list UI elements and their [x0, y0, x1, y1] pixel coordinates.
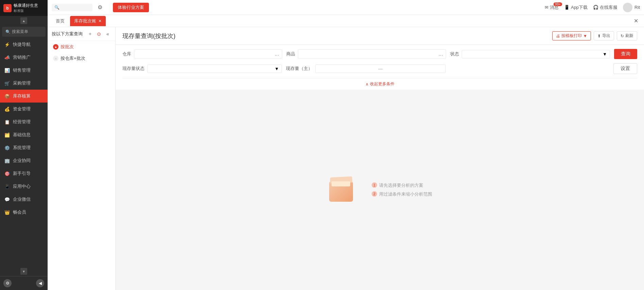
sidebar-item-inventory[interactable]: 📦 库存核算	[0, 90, 48, 103]
export-icon: ⬆	[597, 34, 601, 38]
sidebar-item-marketing[interactable]: 📣 营销推广	[0, 51, 48, 64]
by-batch-label: 按批次	[61, 44, 74, 50]
filter-group-status: 状态 ▼	[450, 50, 610, 58]
sidebar-item-wechat[interactable]: 💬 企业微信	[0, 193, 48, 206]
step1-text: 请先选择要分析的方案	[379, 182, 423, 188]
inventory-status-select[interactable]: ▼	[147, 65, 282, 73]
page-title: 现存量查询(按批次)	[122, 32, 175, 40]
newcomer-icon: 🎯	[4, 170, 10, 177]
operations-icon: 📋	[4, 119, 10, 125]
messages-btn[interactable]: ✉ 消息 99+	[545, 4, 559, 11]
sidebar-item-purchase[interactable]: 🛒 采购管理	[0, 77, 48, 90]
customer-service-btn[interactable]: 🎧 在线客服	[593, 4, 617, 11]
sidebar-settings-icon[interactable]: ⚙	[3, 279, 12, 287]
left-panel-collapse-btn[interactable]: «	[104, 31, 111, 37]
product-input-box[interactable]: ...	[298, 49, 446, 59]
sidebar-item-label: 资金管理	[13, 106, 31, 112]
left-panel-item-by-batch[interactable]: ● 按批次	[48, 41, 115, 53]
inventory-main-to[interactable]	[383, 65, 445, 73]
collapse-icon: «	[106, 31, 109, 37]
user-area[interactable]: Rit	[623, 3, 640, 12]
product-input[interactable]	[301, 52, 437, 57]
inventory-main-label: 现存量（主）	[286, 66, 312, 72]
empty-step-2: 2 用过滤条件来缩小分析范围	[372, 191, 432, 197]
sidebar-scroll-down[interactable]: ▼	[0, 267, 48, 276]
sidebar-item-label: 企业协同	[13, 158, 31, 164]
tabbar-close-btn[interactable]: ✕	[632, 17, 640, 25]
warehouse-dots-btn[interactable]: ...	[275, 51, 279, 57]
refresh-btn[interactable]: ↻ 刷新	[617, 31, 637, 40]
sidebar-item-label: 采购管理	[13, 80, 31, 86]
inventory-main-from[interactable]	[316, 65, 378, 73]
warehouse-input[interactable]	[137, 52, 273, 57]
status-select[interactable]: ▼	[462, 50, 610, 58]
scroll-down-btn[interactable]: ▼	[20, 268, 27, 275]
sidebar-item-label: 库存核算	[13, 93, 31, 99]
service-icon: 🎧	[593, 5, 598, 10]
sidebar-item-enterprise[interactable]: 🏢 企业协同	[0, 154, 48, 167]
filter-group-product: 商品 ...	[286, 49, 446, 59]
tab-close-icon[interactable]: ✕	[98, 19, 102, 23]
sidebar-item-member[interactable]: 👑 畅会员	[0, 206, 48, 219]
inventory-status-label: 现存量状态	[122, 66, 145, 72]
inactive-dot: ○	[53, 56, 58, 61]
content: 按以下方案查询 ＋ ⊙ « ● 按批次	[48, 27, 644, 290]
topbar-right: ✉ 消息 99+ 📱 App下载 🎧 在线客服 Rit	[545, 3, 640, 12]
sidebar-item-quick-nav[interactable]: ⚡ 快捷导航	[0, 38, 48, 51]
empty-text: 1 请先选择要分析的方案 2 用过滤条件来缩小分析范围	[372, 182, 432, 197]
collapse-bar[interactable]: ∧ 收起更多条件	[122, 78, 637, 90]
plus-icon: ＋	[88, 31, 92, 37]
sidebar-collapse-icon[interactable]: ◀	[36, 279, 44, 287]
sidebar-item-label: 基础信息	[13, 132, 31, 138]
left-panel-item-by-warehouse-batch[interactable]: ○ 按仓库+批次	[48, 53, 115, 64]
purchase-icon: 🛒	[4, 80, 10, 86]
sidebar-item-label: 快捷导航	[13, 41, 31, 48]
sidebar-search[interactable]: 🔍 搜索菜单	[2, 27, 46, 37]
left-panel-settings-btn[interactable]: ⊙	[96, 31, 102, 37]
topbar: 🔍 ⚙ 体验行业方案 ✉ 消息 99+ 📱 App下载 🎧 在线客服 Rit	[48, 0, 644, 15]
warehouse-input-box[interactable]: ...	[134, 49, 282, 59]
sidebar-item-label: 销售管理	[13, 67, 31, 73]
sidebar-scroll-up[interactable]: ▲	[0, 16, 48, 25]
sidebar-item-appstore[interactable]: 📱 应用中心	[0, 180, 48, 193]
app-download-label: App下载	[571, 4, 588, 11]
export-btn[interactable]: ⬆ 导出	[594, 31, 614, 40]
quick-nav-icon: ⚡	[4, 41, 10, 48]
app-download-btn[interactable]: 📱 App下载	[564, 4, 588, 11]
topbar-search[interactable]: 🔍	[52, 4, 92, 11]
search-icon: 🔍	[5, 30, 11, 34]
export-label: 导出	[602, 33, 610, 39]
sidebar-item-newcomer[interactable]: 🎯 新手引导	[0, 167, 48, 180]
marketing-icon: 📣	[4, 54, 10, 60]
wechat-icon: 💬	[4, 196, 10, 202]
search-label: 搜索菜单	[12, 29, 28, 35]
sidebar-item-system[interactable]: ⚙️ 系统管理	[0, 141, 48, 154]
tab-inventory-label: 库存批次账	[74, 18, 96, 24]
status-label: 状态	[450, 51, 459, 57]
settings-btn[interactable]: 设置	[613, 63, 637, 74]
dropdown-arrow-icon: ▼	[583, 34, 587, 38]
left-panel-add-btn[interactable]: ＋	[87, 31, 94, 37]
refresh-icon: ↻	[621, 34, 624, 38]
tab-home[interactable]: 首页	[52, 16, 69, 26]
query-btn[interactable]: 查询	[614, 49, 637, 59]
page-title-actions: 🖨 按模板打印 ▼ ⬆ 导出 ↻ 刷新	[552, 31, 637, 40]
sidebar-item-sales[interactable]: 📊 销售管理	[0, 64, 48, 77]
tabbar: 首页 库存批次账 ✕ ✕	[48, 15, 644, 27]
experience-btn[interactable]: 体验行业方案	[113, 3, 149, 12]
print-label: 按模板打印	[561, 33, 582, 39]
tab-inventory-batch[interactable]: 库存批次账 ✕	[70, 16, 106, 26]
step2-num: 2	[372, 191, 377, 197]
scroll-up-btn[interactable]: ▲	[20, 17, 27, 24]
sidebar-item-finance[interactable]: 💰 资金管理	[0, 103, 48, 115]
empty-step-1: 1 请先选择要分析的方案	[372, 182, 432, 188]
product-dots-btn[interactable]: ...	[439, 51, 443, 57]
inventory-main-range[interactable]: —	[315, 65, 445, 73]
print-template-btn[interactable]: 🖨 按模板打印 ▼	[552, 31, 591, 40]
sidebar-item-operations[interactable]: 📋 经营管理	[0, 115, 48, 128]
sidebar: b 畅康通好生意 标准版 ▲ 🔍 搜索菜单 ⚡ 快捷导航 📣 营销推广 📊 销售…	[0, 0, 48, 290]
right-panel: 现存量查询(按批次) 🖨 按模板打印 ▼ ⬆ 导出 ↻ 刷新	[116, 27, 644, 290]
topbar-settings-icon[interactable]: ⚙	[95, 3, 105, 12]
basic-icon: 🗂️	[4, 132, 10, 138]
sidebar-item-basic[interactable]: 🗂️ 基础信息	[0, 128, 48, 141]
